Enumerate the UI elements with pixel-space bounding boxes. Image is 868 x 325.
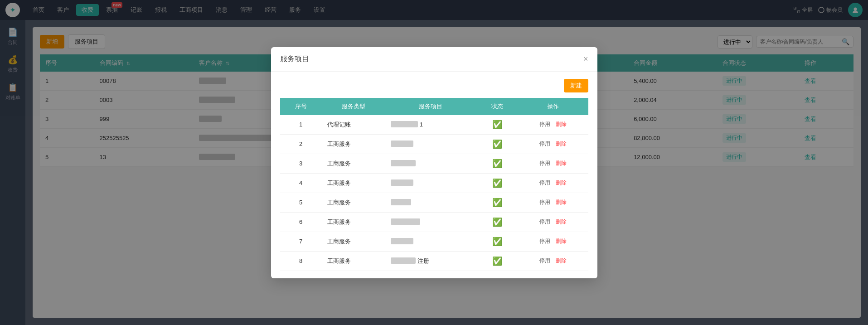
delete-button[interactable]: 删除 (556, 257, 567, 264)
modal-cell-type: 工商服务 (322, 232, 385, 251)
modal-header: 服务项目 × (271, 47, 597, 72)
modal-table-row: 3 工商服务 ✅ 停用 删除 (280, 154, 588, 173)
status-check-icon: ✅ (492, 159, 502, 168)
service-modal: 服务项目 × 新建 序号 服务类型 服务项目 状态 操作 (271, 47, 597, 278)
modal-table-row: 2 工商服务 ✅ 停用 删除 (280, 134, 588, 154)
modal-header-row: 序号 服务类型 服务项目 状态 操作 (280, 98, 588, 115)
modal-table-row: 1 代理记账 1 ✅ 停用 删除 (280, 115, 588, 135)
modal-cell-action: 停用 删除 (518, 173, 588, 193)
modal-cell-action: 停用 删除 (518, 251, 588, 271)
modal-cell-type: 工商服务 (322, 193, 385, 212)
modal-toolbar: 新建 (280, 79, 588, 92)
modal-cell-seq: 7 (280, 232, 322, 251)
modal-close-button[interactable]: × (583, 54, 588, 64)
modal-table-row: 5 工商服务 ✅ 停用 删除 (280, 193, 588, 212)
modal-title: 服务项目 (280, 54, 309, 64)
modal-table-row: 6 工商服务 ✅ 停用 删除 (280, 212, 588, 232)
status-check-icon: ✅ (492, 257, 502, 266)
modal-cell-status: ✅ (476, 115, 518, 135)
modal-cell-seq: 6 (280, 212, 322, 232)
modal-cell-status: ✅ (476, 212, 518, 232)
modal-cell-seq: 2 (280, 134, 322, 154)
stop-button[interactable]: 停用 (539, 199, 550, 205)
modal-cell-action: 停用 删除 (518, 212, 588, 232)
stop-button[interactable]: 停用 (539, 257, 550, 264)
modal-cell-seq: 8 (280, 251, 322, 271)
modal-body: 新建 序号 服务类型 服务项目 状态 操作 1 代 (271, 72, 597, 278)
modal-cell-action: 停用 删除 (518, 193, 588, 212)
modal-table-row: 8 工商服务 注册 ✅ 停用 删除 (280, 251, 588, 271)
modal-cell-status: ✅ (476, 154, 518, 173)
stop-button[interactable]: 停用 (539, 141, 550, 147)
modal-cell-status: ✅ (476, 232, 518, 251)
modal-cell-status: ✅ (476, 134, 518, 154)
service-table: 序号 服务类型 服务项目 状态 操作 1 代理记账 1 ✅ 停用 删除 (280, 98, 588, 271)
stop-button[interactable]: 停用 (539, 218, 550, 225)
modal-col-status: 状态 (476, 98, 518, 115)
delete-button[interactable]: 删除 (556, 179, 567, 186)
modal-col-action: 操作 (518, 98, 588, 115)
modal-cell-action: 停用 删除 (518, 154, 588, 173)
modal-cell-action: 停用 删除 (518, 232, 588, 251)
modal-cell-type: 工商服务 (322, 251, 385, 271)
delete-button[interactable]: 删除 (556, 199, 567, 205)
stop-button[interactable]: 停用 (539, 179, 550, 186)
modal-table-row: 4 工商服务 ✅ 停用 删除 (280, 173, 588, 193)
modal-cell-project: 1 (385, 115, 476, 135)
modal-cell-project (385, 193, 476, 212)
modal-cell-seq: 5 (280, 193, 322, 212)
modal-cell-project (385, 154, 476, 173)
delete-button[interactable]: 删除 (556, 238, 567, 244)
stop-button[interactable]: 停用 (539, 238, 550, 244)
stop-button[interactable]: 停用 (539, 121, 550, 127)
modal-cell-project (385, 212, 476, 232)
status-check-icon: ✅ (492, 140, 502, 149)
modal-cell-status: ✅ (476, 173, 518, 193)
modal-table-wrap: 序号 服务类型 服务项目 状态 操作 1 代理记账 1 ✅ 停用 删除 (280, 98, 588, 271)
modal-cell-seq: 3 (280, 154, 322, 173)
modal-cell-project (385, 232, 476, 251)
modal-cell-action: 停用 删除 (518, 134, 588, 154)
stop-button[interactable]: 停用 (539, 160, 550, 166)
modal-cell-type: 工商服务 (322, 134, 385, 154)
modal-cell-project (385, 173, 476, 193)
status-check-icon: ✅ (492, 237, 502, 246)
modal-new-button[interactable]: 新建 (564, 79, 588, 92)
modal-cell-type: 工商服务 (322, 173, 385, 193)
delete-button[interactable]: 删除 (556, 160, 567, 166)
modal-cell-seq: 4 (280, 173, 322, 193)
status-check-icon: ✅ (492, 120, 502, 129)
modal-cell-status: ✅ (476, 251, 518, 271)
modal-table-row: 7 工商服务 ✅ 停用 删除 (280, 232, 588, 251)
modal-cell-type: 工商服务 (322, 212, 385, 232)
modal-cell-action: 停用 删除 (518, 115, 588, 135)
modal-col-seq: 序号 (280, 98, 322, 115)
modal-col-type: 服务类型 (322, 98, 385, 115)
modal-cell-status: ✅ (476, 193, 518, 212)
status-check-icon: ✅ (492, 218, 502, 227)
modal-overlay[interactable]: 服务项目 × 新建 序号 服务类型 服务项目 状态 操作 (0, 0, 868, 325)
status-check-icon: ✅ (492, 179, 502, 188)
delete-button[interactable]: 删除 (556, 218, 567, 225)
modal-cell-project (385, 134, 476, 154)
modal-col-project: 服务项目 (385, 98, 476, 115)
delete-button[interactable]: 删除 (556, 121, 567, 127)
status-check-icon: ✅ (492, 198, 502, 207)
modal-cell-type: 工商服务 (322, 154, 385, 173)
delete-button[interactable]: 删除 (556, 141, 567, 147)
modal-cell-project: 注册 (385, 251, 476, 271)
modal-cell-seq: 1 (280, 115, 322, 135)
modal-cell-type: 代理记账 (322, 115, 385, 135)
